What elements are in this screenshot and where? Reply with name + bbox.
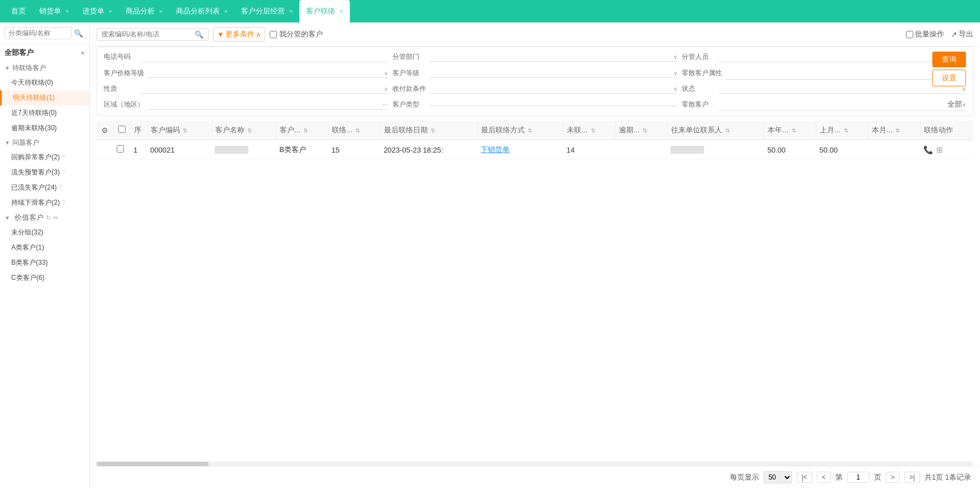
batch-op-btn[interactable]: 批量操作 (906, 29, 944, 39)
phone-action-icon[interactable]: 📞 (923, 145, 933, 154)
col-overdue[interactable]: 逾期... ⇅ (615, 121, 667, 140)
sidebar-search-input[interactable] (4, 27, 72, 39)
contact-person-blurred (671, 146, 704, 154)
group-value-customers[interactable]: 价值客户 ↻ ✏ (0, 210, 89, 225)
nav-item-home[interactable]: 首页 (4, 0, 33, 22)
dept-select[interactable]: ∨ (429, 53, 677, 62)
page-input[interactable] (847, 472, 870, 483)
query-button[interactable]: 查询 (932, 52, 966, 67)
page-unit: 页 (874, 472, 881, 482)
cell-no: 1 (130, 140, 147, 160)
nav-item-customer-tier[interactable]: 客户分层经营 × (234, 0, 299, 22)
retail-attr-select[interactable]: 全部 ∨ (725, 67, 966, 80)
close-icon[interactable]: × (224, 8, 228, 15)
next-page-btn[interactable]: > (886, 472, 900, 483)
sidebar-item-declining[interactable]: 持续下滑客户(2) ? (0, 195, 89, 210)
sidebar-item-today[interactable]: 今天待联络(0) (0, 75, 89, 90)
col-this-month[interactable]: 本月... ⇅ (868, 121, 921, 140)
close-icon[interactable]: × (159, 8, 163, 15)
gender-select[interactable]: ∨ (141, 85, 388, 94)
my-customers-checkbox[interactable] (270, 31, 277, 38)
status-select[interactable]: ∨ (719, 85, 966, 94)
grid-action-icon[interactable]: ⊞ (936, 145, 943, 154)
col-check (113, 121, 130, 140)
sidebar-item-churn-warning[interactable]: 流失预警客户(3) ? (0, 165, 89, 180)
prev-page-btn[interactable]: < (817, 472, 831, 483)
last-method-link[interactable]: 下销货单 (480, 145, 510, 154)
customer-type-select[interactable] (429, 103, 677, 106)
last-page-btn[interactable]: >| (904, 472, 920, 483)
sidebar-item-7days[interactable]: 近7天待联络(0) (0, 105, 89, 121)
retail-customer-select[interactable]: 全部 ∨ (719, 98, 966, 111)
nav-item-customer-contact[interactable]: 客户联络 × (299, 0, 350, 22)
col-last-month[interactable]: 上月... ⇅ (816, 121, 868, 140)
col-this-year[interactable]: 本年... ⇅ (764, 121, 816, 140)
sort-icon: ⇅ (303, 127, 308, 133)
sidebar-item-overdue[interactable]: 逾期未联络(30) (0, 121, 89, 136)
region-select[interactable]: ··· (147, 99, 388, 110)
phone-input[interactable] (141, 52, 388, 62)
group-problem-customers[interactable]: 问题客户 (0, 136, 89, 150)
filter-btn[interactable]: ▼ 更多条件 ∧ (213, 27, 265, 42)
batch-op-checkbox[interactable] (906, 31, 913, 38)
col-code[interactable]: 客户编码 ⇅ (147, 121, 211, 140)
close-icon[interactable]: × (340, 8, 343, 15)
customer-type-label: 客户类型 (392, 100, 426, 109)
more-icon[interactable]: ··· (382, 100, 388, 108)
sort-icon: ⇅ (591, 127, 595, 133)
per-page-select[interactable]: 50 20 100 (764, 471, 792, 484)
toolbar: 🔍 ▼ 更多条件 ∧ 我分管的客户 批量操作 ↗ 导出 (90, 22, 980, 47)
chevron-down-icon: ∨ (384, 70, 388, 76)
nav-item-purchase[interactable]: 进货单 × (76, 0, 119, 22)
scrollbar-thumb[interactable] (96, 462, 209, 466)
chevron-down-icon: ∨ (673, 54, 677, 60)
first-page-btn[interactable]: |< (797, 472, 812, 483)
export-btn[interactable]: ↗ 导出 (951, 29, 973, 39)
sidebar-item-class-c[interactable]: C类客户(6) (0, 270, 89, 286)
search-icon[interactable]: 🔍 (195, 30, 204, 39)
col-type[interactable]: 客户... ⇅ (276, 121, 328, 140)
manager-select[interactable]: ··· (719, 52, 966, 62)
content-area: 🔍 ▼ 更多条件 ∧ 我分管的客户 批量操作 ↗ 导出 (90, 22, 980, 488)
col-settings[interactable]: ⚙ (96, 121, 113, 140)
sidebar-item-class-a[interactable]: A类客户(1) (0, 240, 89, 255)
sort-icon: ⇅ (247, 127, 252, 133)
col-contact-person[interactable]: 往来单位联系人 ⇅ (667, 121, 764, 140)
sidebar-item-repurchase-anomaly[interactable]: 回购异常客户(2) ? (0, 150, 89, 165)
col-name[interactable]: 客户名称 ⇅ (211, 121, 276, 140)
sidebar-item-tomorrow[interactable]: 明天待联络(1) (0, 90, 89, 105)
col-last-date[interactable]: 最后联络日期 ⇅ (380, 121, 477, 140)
group-pending-contact[interactable]: 待联络客户 (0, 61, 89, 75)
sidebar-item-ungrouped[interactable]: 未分组(32) (0, 225, 89, 240)
close-icon[interactable]: × (66, 8, 69, 15)
select-all-checkbox[interactable] (118, 126, 126, 133)
sort-icon: ⇅ (792, 127, 796, 133)
customer-value-select[interactable]: ∨ (147, 69, 388, 78)
chevron-down-icon: ∨ (384, 86, 388, 92)
customer-grade-select[interactable]: ∨ (429, 69, 677, 78)
close-icon[interactable]: × (289, 8, 293, 15)
all-customers-header[interactable]: 全部客户 « (0, 44, 89, 61)
close-icon[interactable]: × (109, 8, 112, 15)
cell-actions: 📞 ⊞ (920, 140, 973, 160)
nav-item-product-analysis[interactable]: 商品分析 × (119, 0, 169, 22)
cell-contact-person (667, 140, 764, 160)
sidebar-item-class-b[interactable]: B类客户(33) (0, 255, 89, 270)
customer-value-label: 客户价格等级 (104, 68, 144, 78)
col-last-method[interactable]: 最后联络方式 ⇅ (477, 121, 563, 140)
sidebar-search-icon[interactable]: 🔍 (74, 29, 83, 38)
col-contact-count[interactable]: 联络... ⇅ (328, 121, 380, 140)
filter-icon: ▼ (217, 30, 224, 39)
table-row: 1 000021 B类客户 15 2023-05-23 18:25: 下销货单 … (96, 140, 973, 160)
set-button[interactable]: 设置 (932, 70, 966, 86)
cell-contact-count: 15 (328, 140, 380, 160)
chevron-down-icon: ∨ (962, 102, 966, 108)
sort-icon: ⇅ (844, 127, 848, 133)
search-input[interactable] (101, 30, 195, 38)
row-checkbox[interactable] (117, 145, 124, 153)
nav-item-sales[interactable]: 销货单 × (33, 0, 76, 22)
col-uncontacted[interactable]: 未联... ⇅ (563, 121, 616, 140)
nav-item-product-list[interactable]: 商品分析列表 × (169, 0, 234, 22)
sidebar-item-churned[interactable]: 已流失客户(24) ? (0, 180, 89, 195)
payment-select[interactable]: ∨ (429, 85, 677, 94)
